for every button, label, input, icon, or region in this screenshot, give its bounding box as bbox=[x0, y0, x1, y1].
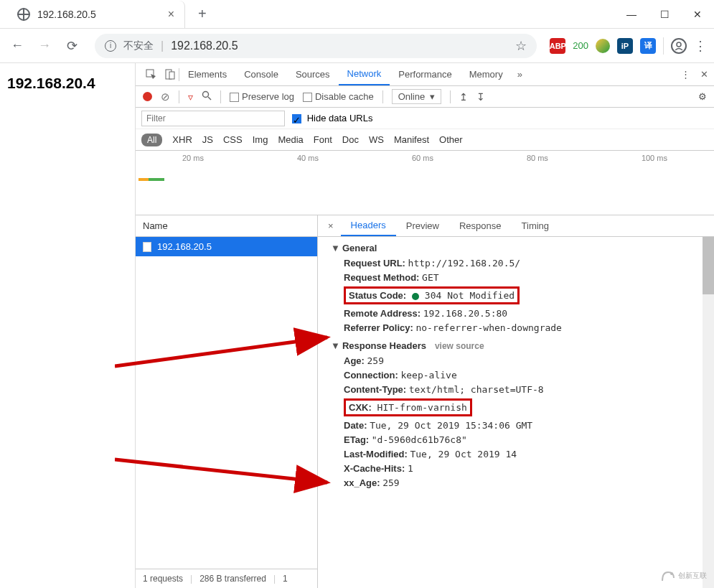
address-bar[interactable]: i 不安全 | 192.168.20.5 ☆ bbox=[95, 34, 537, 58]
maximize-button[interactable]: ☐ bbox=[648, 0, 681, 29]
general-section[interactable]: ▼General bbox=[331, 243, 701, 253]
browser-tab[interactable]: 192.168.20.5 × bbox=[7, 1, 185, 28]
devtools-close-icon[interactable]: ✕ bbox=[700, 69, 708, 80]
tab-preview[interactable]: Preview bbox=[396, 215, 449, 236]
tab-elements[interactable]: Elements bbox=[179, 63, 235, 85]
detail-scrollbar[interactable] bbox=[703, 237, 714, 588]
ip-extension-icon[interactable]: iP bbox=[617, 38, 633, 54]
preserve-log-checkbox[interactable]: Preserve log bbox=[230, 91, 294, 102]
filter-css[interactable]: CSS bbox=[223, 134, 243, 145]
status-dot-icon bbox=[412, 293, 419, 300]
svg-point-4 bbox=[203, 92, 209, 98]
svg-point-0 bbox=[677, 42, 681, 47]
throttling-select[interactable]: Online ▾ bbox=[392, 89, 442, 104]
request-detail: × Headers Preview Response Timing ▼Gener… bbox=[318, 215, 714, 588]
tab-headers[interactable]: Headers bbox=[341, 215, 396, 236]
tab-memory[interactable]: Memory bbox=[461, 63, 512, 85]
request-row[interactable]: 192.168.20.5 bbox=[136, 237, 317, 256]
menu-button[interactable]: ⋮ bbox=[694, 38, 707, 54]
site-info-icon[interactable]: i bbox=[105, 40, 116, 52]
svg-point-10 bbox=[670, 572, 673, 575]
network-footer: 1 requests | 286 B transferred | 1 bbox=[136, 569, 317, 588]
filter-all[interactable]: All bbox=[141, 134, 162, 146]
forward-button[interactable]: → bbox=[34, 36, 55, 56]
network-toolbar: ⊘ ▿ Preserve log Disable cache Online ▾ … bbox=[136, 86, 714, 108]
record-button[interactable] bbox=[143, 92, 152, 101]
watermark: 创新互联 bbox=[661, 569, 707, 582]
download-icon[interactable]: ↧ bbox=[476, 91, 485, 103]
filter-ws[interactable]: WS bbox=[369, 134, 384, 145]
settings-icon[interactable]: ⚙ bbox=[698, 91, 707, 102]
detail-tabs: × Headers Preview Response Timing bbox=[318, 215, 714, 237]
page-text: 192.168.20.4 bbox=[7, 75, 95, 91]
toolbar-separator bbox=[663, 37, 664, 55]
network-body: Name 192.168.20.5 1 requests | 286 B tra… bbox=[136, 215, 714, 588]
filter-toggle-icon[interactable]: ▿ bbox=[188, 91, 193, 103]
translate-icon[interactable]: 译 bbox=[640, 38, 656, 54]
minimize-button[interactable]: — bbox=[615, 0, 648, 29]
filter-doc[interactable]: Doc bbox=[342, 134, 359, 145]
upload-icon[interactable]: ↥ bbox=[459, 91, 468, 103]
url-separator: | bbox=[161, 39, 164, 52]
headers-body: ▼General Request URL: http://192.168.20.… bbox=[318, 237, 714, 588]
svg-rect-3 bbox=[169, 72, 174, 79]
filter-img[interactable]: Img bbox=[253, 134, 268, 145]
name-column-header[interactable]: Name bbox=[136, 215, 317, 237]
response-headers-section[interactable]: ▼Response Headersview source bbox=[331, 340, 701, 351]
close-tab-icon[interactable]: × bbox=[168, 8, 174, 21]
filter-xhr[interactable]: XHR bbox=[172, 134, 192, 145]
close-window-button[interactable]: ✕ bbox=[681, 0, 714, 29]
clear-button[interactable]: ⊘ bbox=[161, 90, 170, 103]
adblock-icon[interactable]: ABP bbox=[550, 38, 565, 54]
filter-manifest[interactable]: Manifest bbox=[394, 134, 429, 145]
content-area: 192.168.20.4 Elements Console Sources Ne… bbox=[0, 63, 714, 588]
filter-other[interactable]: Other bbox=[439, 134, 463, 145]
extension-icon[interactable] bbox=[596, 39, 610, 53]
filter-media[interactable]: Media bbox=[278, 134, 303, 145]
document-icon bbox=[143, 242, 151, 252]
search-icon[interactable] bbox=[202, 90, 212, 103]
filter-js[interactable]: JS bbox=[202, 134, 213, 145]
device-toggle-icon[interactable] bbox=[160, 69, 179, 80]
more-tabs-icon[interactable]: » bbox=[517, 69, 522, 80]
window-titlebar: 192.168.20.5 × + — ☐ ✕ bbox=[0, 0, 714, 29]
devtools-menu-icon[interactable]: ⋮ bbox=[681, 69, 690, 80]
tab-timing[interactable]: Timing bbox=[512, 215, 560, 236]
hide-data-urls-checkbox[interactable]: ✓ Hide data URLs bbox=[292, 113, 372, 123]
type-filter-row: All XHR JS CSS Img Media Font Doc WS Man… bbox=[136, 129, 714, 151]
filter-row: ✓ Hide data URLs bbox=[136, 108, 714, 129]
filter-font[interactable]: Font bbox=[314, 134, 332, 145]
disable-cache-checkbox[interactable]: Disable cache bbox=[303, 91, 374, 102]
devtools-tabs: Elements Console Sources Network Perform… bbox=[136, 63, 714, 86]
url-text: 192.168.20.5 bbox=[171, 39, 238, 52]
request-list: Name 192.168.20.5 1 requests | 286 B tra… bbox=[136, 215, 318, 588]
request-name: 192.168.20.5 bbox=[157, 241, 212, 252]
status-code-highlight: Status Code: 304 Not Modified bbox=[344, 286, 520, 304]
browser-toolbar: ← → ⟳ i 不安全 | 192.168.20.5 ☆ ABP 200 iP … bbox=[0, 29, 714, 63]
reload-button[interactable]: ⟳ bbox=[62, 36, 82, 56]
tab-performance[interactable]: Performance bbox=[390, 63, 460, 85]
globe-icon bbox=[17, 8, 30, 21]
network-timeline[interactable]: 20 ms 40 ms 60 ms 80 ms 100 ms bbox=[136, 151, 714, 215]
new-tab-button[interactable]: + bbox=[198, 6, 207, 22]
tab-network[interactable]: Network bbox=[339, 63, 390, 85]
tab-sources[interactable]: Sources bbox=[287, 63, 339, 85]
close-detail-icon[interactable]: × bbox=[321, 220, 341, 231]
ext-counter: 200 bbox=[573, 40, 588, 51]
svg-line-5 bbox=[208, 97, 211, 100]
tab-title: 192.168.20.5 bbox=[37, 9, 96, 20]
page-body: 192.168.20.4 bbox=[0, 63, 135, 588]
inspect-icon[interactable] bbox=[141, 69, 160, 80]
window-controls: — ☐ ✕ bbox=[615, 0, 714, 29]
back-button[interactable]: ← bbox=[7, 36, 27, 56]
cxk-highlight: CXK: HIT-from-varnish bbox=[344, 398, 472, 416]
bookmark-icon[interactable]: ☆ bbox=[515, 38, 527, 54]
devtools-panel: Elements Console Sources Network Perform… bbox=[135, 63, 714, 588]
tab-console[interactable]: Console bbox=[235, 63, 287, 85]
timeline-bar bbox=[138, 178, 164, 181]
tab-response[interactable]: Response bbox=[449, 215, 512, 236]
filter-input[interactable] bbox=[141, 111, 285, 126]
profile-button[interactable] bbox=[671, 38, 687, 54]
insecure-label: 不安全 bbox=[123, 39, 154, 52]
